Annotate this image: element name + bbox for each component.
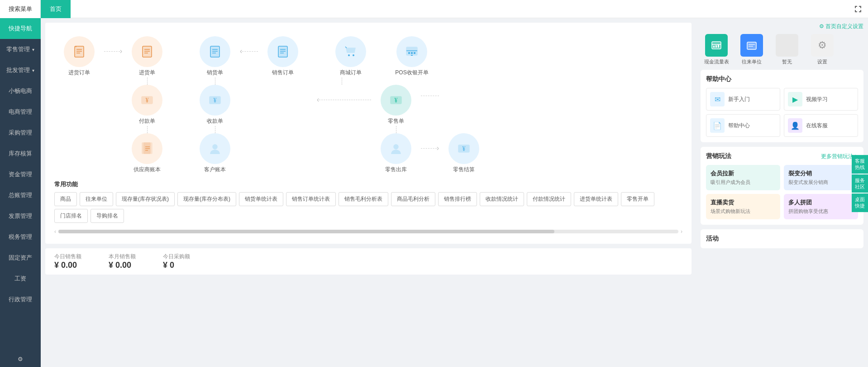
svg-point-41 bbox=[394, 145, 398, 149]
node-retail-slip[interactable]: ¥ 零售单 bbox=[371, 85, 421, 125]
btn-sales-order-stats[interactable]: 销售订单统计表 bbox=[286, 192, 336, 206]
marketing-item-live[interactable]: 直播卖货 场景式购物新玩法 bbox=[706, 194, 780, 219]
sidebar-item-purchase[interactable]: 采购管理 bbox=[0, 122, 41, 143]
sidebar-item-finance[interactable]: 资金管理 bbox=[0, 164, 41, 185]
btn-sales-margin[interactable]: 销售毛利分析表 bbox=[339, 192, 388, 206]
scroll-thumb bbox=[58, 230, 554, 233]
marketing-item-group[interactable]: 多人拼团 拼团购物享受优惠 bbox=[784, 194, 858, 219]
marketing-item-fission[interactable]: 裂变分销 裂变式发展分销商 bbox=[784, 165, 858, 190]
node-retail-out[interactable]: 零售出库 bbox=[371, 133, 421, 174]
node-label-pos: POS收银开单 bbox=[395, 69, 428, 77]
fullscreen-btn[interactable] bbox=[853, 4, 863, 14]
quick-icon-none[interactable]: 暂无 bbox=[771, 34, 803, 65]
help-icon-service: 👤 bbox=[788, 118, 802, 133]
sidebar-item-ecommerce-small[interactable]: 小畅电商 bbox=[0, 81, 41, 101]
svg-text:¥: ¥ bbox=[214, 97, 217, 104]
help-icon-help: 📄 bbox=[710, 118, 725, 133]
customize-settings-label: 首页自定义设置 bbox=[825, 23, 863, 29]
node-sales-order[interactable]: 销售订单 bbox=[258, 36, 308, 77]
node-customer-account[interactable]: 客户账本 bbox=[190, 133, 240, 174]
node-purchase-slip[interactable]: 进货单 bbox=[122, 36, 172, 77]
marketing-item-member-title: 会员拉新 bbox=[711, 169, 776, 178]
sidebar-item-retail[interactable]: 零售管理 ▾ bbox=[0, 39, 41, 60]
right-panel: ⚙ 首页自定义设置 现金流量表 bbox=[696, 18, 868, 367]
marketing-item-member-desc: 吸引用户成为会员 bbox=[711, 179, 776, 186]
btn-guide-rank[interactable]: 导购排名 bbox=[91, 209, 124, 223]
quick-icon-settings[interactable]: ⚙ 设置 bbox=[806, 34, 838, 65]
stat-today-sales-label: 今日销售额 bbox=[54, 253, 81, 261]
help-item-video[interactable]: ▶ 视频学习 bbox=[784, 88, 858, 111]
sidebar-item-salary[interactable]: 工资 bbox=[0, 268, 41, 289]
sidebar-item-invoice[interactable]: 发票管理 bbox=[0, 206, 41, 227]
customize-settings-btn[interactable]: ⚙ 首页自定义设置 bbox=[701, 23, 863, 30]
sidebar-item-ledger[interactable]: 总账管理 bbox=[0, 185, 41, 206]
btn-stock-dist[interactable]: 现存量(库存分布表) bbox=[177, 192, 236, 206]
home-tab[interactable]: 首页 bbox=[41, 0, 71, 18]
quick-icon-cashflow[interactable]: 现金流量表 bbox=[701, 34, 732, 65]
node-mall-order[interactable]: 商城订单 bbox=[326, 36, 376, 77]
node-supplier-account[interactable]: 供应商账本 bbox=[122, 133, 172, 174]
btn-purchase-stats[interactable]: 进货单统计表 bbox=[574, 192, 618, 206]
sidebar-item-assets[interactable]: 固定资产 bbox=[0, 247, 41, 268]
btn-stock-status[interactable]: 现存量(库存状况表) bbox=[116, 192, 175, 206]
node-retail-settlement[interactable]: ¥ 零售结算 bbox=[439, 133, 489, 174]
node-purchase-order[interactable]: 进货订单 bbox=[54, 36, 104, 77]
float-buttons: 客服热线 服务社区 桌面快捷 bbox=[852, 155, 868, 212]
stat-month-sales-value: ¥ 0.00 bbox=[109, 261, 136, 270]
float-btn-desktop[interactable]: 桌面快捷 bbox=[852, 193, 868, 212]
btn-retail-order[interactable]: 零售开单 bbox=[621, 192, 654, 206]
sidebar-item-tax[interactable]: 税务管理 bbox=[0, 227, 41, 247]
search-menu-btn[interactable]: 搜索菜单 bbox=[0, 0, 41, 18]
svg-line-22 bbox=[345, 47, 347, 48]
svg-rect-36 bbox=[144, 143, 152, 154]
sidebar-settings-btn[interactable]: ⚙ bbox=[0, 351, 41, 367]
btn-goods[interactable]: 商品 bbox=[54, 192, 77, 206]
btn-store-rank[interactable]: 门店排名 bbox=[54, 209, 88, 223]
marketing-item-live-title: 直播卖货 bbox=[711, 198, 776, 207]
svg-rect-49 bbox=[747, 42, 756, 49]
svg-text:¥: ¥ bbox=[146, 97, 149, 104]
btn-receipt-stats[interactable]: 收款情况统计 bbox=[480, 192, 524, 206]
svg-rect-5 bbox=[143, 46, 152, 57]
btn-sales-rank[interactable]: 销售排行榜 bbox=[438, 192, 477, 206]
help-item-help-label: 帮助中心 bbox=[728, 122, 750, 130]
sidebar-item-ecommerce[interactable]: 电商管理 bbox=[0, 101, 41, 122]
float-btn-community[interactable]: 服务社区 bbox=[852, 174, 868, 193]
quick-icon-cashflow-box[interactable] bbox=[705, 34, 728, 57]
scroll-track[interactable] bbox=[58, 230, 678, 233]
node-payment[interactable]: ¥ 付款单 bbox=[122, 85, 172, 125]
help-item-beginner[interactable]: ✉ 新手入门 bbox=[706, 88, 780, 111]
help-item-service-label: 在线客服 bbox=[806, 122, 828, 130]
node-label-retail-out: 零售出库 bbox=[385, 166, 407, 174]
help-item-video-label: 视频学习 bbox=[806, 96, 828, 103]
quick-icon-settings-box[interactable]: ⚙ bbox=[811, 34, 834, 57]
node-label-sales-slip: 销货单 bbox=[207, 69, 223, 77]
sidebar-item-admin[interactable]: 行政管理 bbox=[0, 289, 41, 310]
quick-icon-partners-box[interactable] bbox=[740, 34, 763, 57]
node-receipt[interactable]: ¥ 收款单 bbox=[190, 85, 240, 125]
quick-icon-partners[interactable]: 往来单位 bbox=[736, 34, 768, 65]
stat-today-purchase-label: 今日采购额 bbox=[163, 253, 190, 261]
help-item-help[interactable]: 📄 帮助中心 bbox=[706, 114, 780, 137]
svg-rect-23 bbox=[406, 47, 417, 55]
btn-payment-stats[interactable]: 付款情况统计 bbox=[527, 192, 571, 206]
btn-partners[interactable]: 往来单位 bbox=[80, 192, 113, 206]
arrow-pos-retail: ‹ bbox=[317, 96, 371, 104]
sidebar-item-quicknav[interactable]: 快捷导航 bbox=[0, 18, 41, 39]
node-sales-slip[interactable]: 销货单 bbox=[190, 36, 240, 77]
quick-icon-none-box[interactable] bbox=[776, 34, 798, 57]
btn-goods-margin[interactable]: 商品毛利分析 bbox=[391, 192, 435, 206]
bottom-stats: 今日销售额 ¥ 0.00 本月销售额 ¥ 0.00 今日采购额 ¥ 0 bbox=[45, 248, 692, 275]
node-pos[interactable]: POS收银开单 bbox=[385, 36, 439, 77]
svg-rect-47 bbox=[715, 45, 717, 48]
float-btn-hotline[interactable]: 客服热线 bbox=[852, 155, 868, 174]
node-circle-sales-order bbox=[267, 36, 298, 67]
btn-sales-stats[interactable]: 销货单统计表 bbox=[239, 192, 283, 206]
activity-title: 活动 bbox=[706, 235, 858, 243]
marketing-item-member[interactable]: 会员拉新 吸引用户成为会员 bbox=[706, 165, 780, 190]
sidebar-item-wholesale[interactable]: 批发管理 ▾ bbox=[0, 60, 41, 81]
help-item-service[interactable]: 👤 在线客服 bbox=[784, 114, 858, 137]
help-item-beginner-label: 新手入门 bbox=[728, 96, 750, 103]
svg-rect-0 bbox=[75, 46, 84, 57]
sidebar-item-inventory[interactable]: 库存核算 bbox=[0, 143, 41, 164]
